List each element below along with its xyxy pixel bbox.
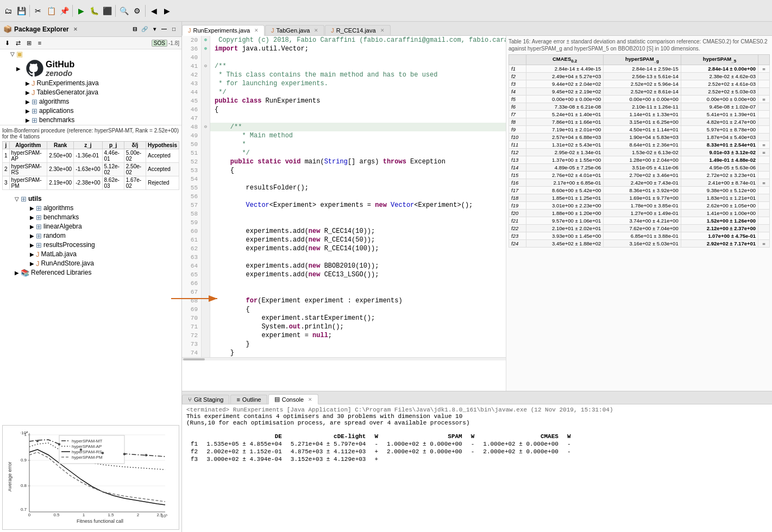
tab-outline[interactable]: ≡ Outline bbox=[230, 395, 267, 404]
toolbar-btn-debug[interactable]: 🐛 bbox=[88, 5, 100, 17]
table-cell: 2.50e-02 bbox=[124, 162, 146, 176]
console-cell: 1.000e+02 ± 0.000e+00 bbox=[479, 440, 563, 448]
root-chevron[interactable]: ▽ bbox=[9, 51, 16, 57]
console-th-de: DE bbox=[202, 433, 286, 440]
algorithms-chevron[interactable]: ▶ bbox=[24, 99, 32, 105]
toolbar-btn-back[interactable]: ◀ bbox=[148, 5, 160, 17]
tree-item-utils-benchmarks[interactable]: ▶ ⊞ benchmarks bbox=[0, 213, 181, 222]
tab-close-1[interactable]: ✕ bbox=[254, 28, 259, 33]
maximize-btn[interactable]: □ bbox=[170, 25, 178, 34]
stats-cell-cmaes: 3.01e+00 ± 2.23e+00 bbox=[526, 201, 603, 209]
utils-benchmarks-chevron[interactable]: ▶ bbox=[28, 214, 36, 220]
tree-item-algorithms[interactable]: ▶ ⊞ algorithms bbox=[0, 97, 181, 106]
editor-scrollbar[interactable] bbox=[182, 357, 506, 360]
toolbar-btn-3[interactable]: ✂ bbox=[32, 5, 44, 17]
line-margin-61 bbox=[202, 236, 210, 244]
utils-algorithms-chevron[interactable]: ▶ bbox=[28, 205, 36, 211]
tab-tabgen[interactable]: J TabGen.java ✕ bbox=[265, 25, 324, 35]
tab-rcec14[interactable]: J R_CEC14.java ✕ bbox=[325, 25, 390, 35]
tab-java-icon-1: J bbox=[188, 27, 191, 34]
tab-git-staging[interactable]: ⑂ Git Staging bbox=[182, 395, 229, 404]
toolbar-btn-5[interactable]: 📌 bbox=[58, 5, 70, 17]
toolbar-btn-settings[interactable]: ⚙ bbox=[131, 5, 143, 17]
code-line-66: 66 bbox=[182, 279, 506, 288]
line-content-50: * bbox=[210, 140, 246, 149]
tab-java-icon-3: J bbox=[331, 27, 334, 34]
console-th-f bbox=[186, 433, 202, 440]
toolbar-btn-4[interactable]: 📋 bbox=[45, 5, 57, 17]
runexp-chevron[interactable]: ▶ bbox=[24, 80, 32, 86]
table-cell: 4.46e-01 bbox=[102, 149, 124, 162]
line-margin-54 bbox=[202, 175, 210, 183]
console-cell bbox=[563, 455, 575, 463]
line-margin-66 bbox=[202, 279, 210, 288]
tree-item-utils-matlab[interactable]: ▶ J MatLab.java bbox=[0, 250, 181, 259]
tab-close-3[interactable]: ✕ bbox=[380, 28, 385, 33]
utils-results-chevron[interactable]: ▶ bbox=[28, 242, 36, 248]
tree-item-benchmarks[interactable]: ▶ ⊞ benchmarks bbox=[0, 116, 181, 125]
utils-runstore-chevron[interactable]: ▶ bbox=[28, 261, 36, 267]
github-chevron[interactable]: ▶ bbox=[16, 66, 24, 72]
console-cell bbox=[467, 455, 479, 463]
tree-root[interactable]: ▽ ▣ bbox=[0, 49, 181, 59]
toolbar-btn-stop[interactable]: ⬛ bbox=[101, 5, 113, 17]
tree-item-reflibs[interactable]: ▶ 📚 Referenced Libraries bbox=[0, 268, 181, 277]
stats-cell-hyperspam-5: 2.84e-14 ± 0.00e+00 bbox=[681, 65, 758, 72]
code-line-49: 49 * Main method bbox=[182, 131, 506, 140]
toolbar-btn-run[interactable]: ▶ bbox=[75, 5, 87, 17]
stats-row: f193.01e+00 ± 2.23e+001.78e+00 ± 3.85e-0… bbox=[509, 201, 770, 209]
stats-row-label: f7 bbox=[509, 110, 526, 118]
console-cell bbox=[479, 455, 563, 463]
console-th-w3: W bbox=[563, 433, 575, 440]
code-editor[interactable]: 20 ⊕ Copyright (c) 2018, Fabio Caraffini… bbox=[182, 36, 506, 391]
utils-matlab-chevron[interactable]: ▶ bbox=[28, 251, 36, 257]
tree-toolbar-btn-1[interactable]: ⬇ bbox=[2, 38, 12, 48]
tree-item-utils-results[interactable]: ▶ ⊞ resultsProcessing bbox=[0, 240, 181, 250]
tab-close-2[interactable]: ✕ bbox=[314, 28, 318, 33]
line-margin-51 bbox=[202, 149, 210, 157]
collapse-all-btn[interactable]: ⊟ bbox=[130, 25, 139, 34]
svg-text:1.5: 1.5 bbox=[108, 512, 114, 517]
utils-linear-chevron[interactable]: ▶ bbox=[28, 224, 36, 230]
toolbar-btn-forward[interactable]: ▶ bbox=[161, 5, 173, 17]
line-margin-42 bbox=[202, 71, 210, 79]
zenodo-label: zenodo bbox=[46, 69, 74, 78]
table-cell: Accepted bbox=[146, 162, 179, 176]
tree-item-applications[interactable]: ▶ ⊞ applications bbox=[0, 106, 181, 116]
package-explorer-header: 📦 Package Explorer ✕ ⊟ 🔗 ▾ — □ bbox=[0, 22, 181, 37]
benchmarks-chevron[interactable]: ▶ bbox=[24, 117, 32, 123]
code-line-54: 54 bbox=[182, 175, 506, 183]
toolbar-btn-2[interactable]: 💾 bbox=[15, 5, 27, 17]
tree-item-utils-runstore[interactable]: ▶ J RunAndStore.java bbox=[0, 259, 181, 268]
tree-item-tablesgen[interactable]: ▶ J TablesGenerator.java bbox=[0, 88, 181, 97]
minimize-btn[interactable]: — bbox=[160, 25, 168, 34]
toolbar-btn-search[interactable]: 🔍 bbox=[118, 5, 130, 17]
view-menu-btn[interactable]: ▾ bbox=[150, 25, 159, 34]
applications-chevron[interactable]: ▶ bbox=[24, 108, 32, 114]
line-num-40: 40 bbox=[182, 53, 202, 62]
tablesgen-chevron[interactable]: ▶ bbox=[24, 90, 32, 96]
svg-text:1: 1 bbox=[83, 512, 85, 517]
tree-item-utils-linear[interactable]: ▶ ⊞ linearAlgebra bbox=[0, 222, 181, 231]
bottom-tabs: ⑂ Git Staging ≡ Outline ▤ Console ✕ bbox=[182, 391, 772, 404]
line-margin-55 bbox=[202, 183, 210, 192]
tree-toolbar-btn-4[interactable]: ≡ bbox=[35, 38, 45, 48]
line-num-59: 59 bbox=[182, 218, 202, 227]
line-num-61: 61 bbox=[182, 236, 202, 244]
github-icon bbox=[26, 60, 43, 77]
utils-chevron[interactable]: ▽ bbox=[13, 196, 21, 202]
tab-console[interactable]: ▤ Console ✕ bbox=[268, 394, 318, 404]
utils-random-chevron[interactable]: ▶ bbox=[28, 233, 36, 239]
tree-item-runexp[interactable]: ▶ J RunExperiments.java bbox=[0, 79, 181, 88]
tree-item-utils[interactable]: ▽ ⊞ utils bbox=[0, 194, 181, 204]
link-editor-btn[interactable]: 🔗 bbox=[140, 25, 149, 34]
tree-item-utils-random[interactable]: ▶ ⊞ random bbox=[0, 231, 181, 240]
tree-item-utils-algorithms[interactable]: ▶ ⊞ algorithms bbox=[0, 204, 181, 213]
tree-toolbar-btn-2[interactable]: ⇄ bbox=[13, 38, 23, 48]
scrollbar-thumb[interactable] bbox=[183, 358, 205, 360]
toolbar-btn-1[interactable]: 🗂 bbox=[2, 5, 14, 17]
tree-toolbar-btn-3[interactable]: ⊞ bbox=[24, 38, 34, 48]
tab-runexperiments[interactable]: J RunExperiments.java ✕ bbox=[182, 25, 265, 36]
tab-close-console[interactable]: ✕ bbox=[308, 397, 312, 402]
reflibs-chevron[interactable]: ▶ bbox=[13, 270, 21, 276]
